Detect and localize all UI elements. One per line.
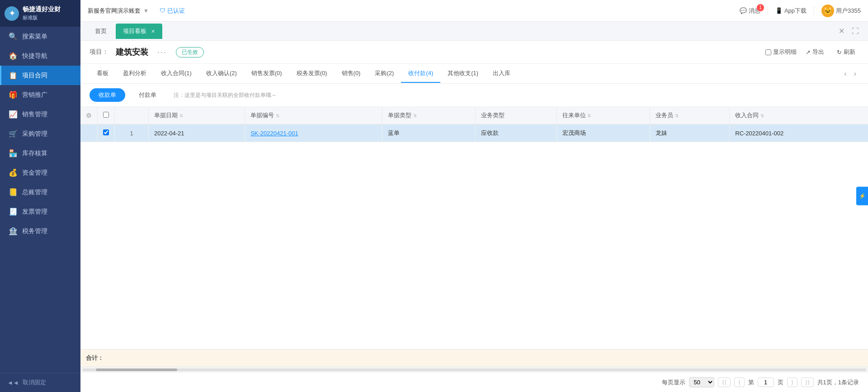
floating-btn-label: ⚡ [859, 192, 865, 200]
col-settings-header[interactable]: ⚙ [80, 107, 98, 124]
col-checkbox-header[interactable] [98, 107, 115, 124]
column-settings-icon[interactable]: ⚙ [86, 112, 92, 119]
col-salesman-header[interactable]: 业务员 ⇅ [650, 107, 730, 124]
user-avatar: 🐱 [821, 5, 834, 17]
marketing-icon: 🎁 [9, 91, 18, 99]
page-next-btn[interactable]: ⟩ [787, 378, 797, 387]
more-options-btn[interactable]: ··· [157, 48, 167, 57]
sidebar-item-purchase[interactable]: 🛒 采购管理 [0, 124, 80, 143]
sidebar-item-search[interactable]: 🔍 搜索菜单 [0, 27, 80, 46]
row-settings-cell [80, 124, 98, 142]
main-area: 新服务官网演示账套 ▼ 🛡 已认证 💬 消息 1 📱 App下载 🐱 用 [80, 0, 868, 392]
tab-project-board[interactable]: 项目看板 ✕ [116, 24, 162, 39]
page-first-btn[interactable]: ⟨⟨ [718, 378, 731, 387]
row-partner-cell: 宏茂商场 [557, 124, 650, 142]
sec-tab-receipts-btn[interactable]: 收款单 [90, 88, 125, 102]
col-date-header[interactable]: 单据日期 ⇅ [149, 107, 245, 124]
col-type-header[interactable]: 单据类型 ⇅ [382, 107, 476, 124]
sub-tab-purchase[interactable]: 采购(2) [368, 65, 401, 83]
sidebar-item-tax[interactable]: 🏦 税务管理 [0, 221, 80, 241]
user-menu[interactable]: 🐱 用户3355 [821, 5, 861, 17]
sub-tabs: 看板 盈利分析 收入合同(1) 收入确认(2) 销售发票(0) 税务发票(0) … [80, 64, 868, 84]
account-name: 新服务官网演示账套 [88, 7, 141, 15]
account-selector[interactable]: 新服务官网演示账套 ▼ [88, 7, 149, 15]
sidebar-item-inventory[interactable]: 🏪 库存核算 [0, 143, 80, 163]
sub-tab-sales[interactable]: 销售(0) [335, 65, 368, 83]
sort-type-icon[interactable]: ⇅ [413, 113, 417, 118]
sub-tab-other-income[interactable]: 其他收支(1) [440, 65, 486, 83]
col-income-contract-header[interactable]: 收入合同 ⇅ [730, 107, 868, 124]
select-all-checkbox[interactable] [103, 112, 109, 118]
show-detail-input[interactable] [765, 49, 771, 55]
table-row[interactable]: 1 2022-04-21 SK-20220421-001 蓝单 应收款 宏茂商场… [80, 124, 868, 142]
tab-home[interactable]: 首页 [88, 24, 114, 39]
col-number-header[interactable]: 单据编号 ⇅ [245, 107, 382, 124]
export-button[interactable]: ↗ 导出 [802, 46, 828, 58]
app-download-button[interactable]: 📱 App下载 [775, 7, 807, 15]
sidebar-item-sales[interactable]: 📈 销售管理 [0, 105, 80, 124]
shield-icon: 🛡 [160, 7, 165, 14]
sort-partner-icon[interactable]: ⇅ [587, 113, 591, 118]
sub-tab-tax-invoice[interactable]: 税务发票(0) [289, 65, 335, 83]
floating-action-btn[interactable]: ⚡ [856, 187, 868, 206]
page-last-btn[interactable]: ⟩⟩ [801, 378, 814, 387]
per-page-select[interactable]: 50 10 20 100 [689, 377, 714, 387]
table-header-row: ⚙ 单据日期 ⇅ 单据编号 ⇅ [80, 107, 868, 124]
nav-prev-btn[interactable]: ‹ [841, 68, 849, 80]
app-download-label: App下载 [784, 7, 807, 15]
sub-tab-income-confirm[interactable]: 收入确认(2) [199, 65, 244, 83]
row-checkbox-cell[interactable] [98, 124, 115, 142]
nav-next-btn[interactable]: › [851, 68, 859, 80]
messages-button[interactable]: 💬 消息 1 [740, 7, 760, 15]
header-actions: 显示明细 ↗ 导出 ↻ 刷新 [765, 46, 859, 58]
row-number-cell[interactable]: SK-20220421-001 [245, 124, 382, 142]
sidebar-item-funds[interactable]: 💰 资金管理 [0, 163, 80, 182]
divider-2 [814, 6, 814, 15]
sidebar-item-sales-label: 销售管理 [22, 110, 47, 119]
page-number-input[interactable] [758, 378, 774, 387]
table-scrollbar[interactable] [80, 367, 868, 372]
sidebar-item-invoice[interactable]: 🧾 发票管理 [0, 202, 80, 221]
show-detail-checkbox[interactable]: 显示明细 [765, 48, 797, 56]
sub-tab-board[interactable]: 看板 [90, 65, 116, 83]
sort-income-contract-icon[interactable]: ⇅ [760, 113, 764, 118]
sort-salesman-icon[interactable]: ⇅ [675, 113, 679, 118]
sidebar-item-ledger[interactable]: 📒 总账管理 [0, 182, 80, 202]
sec-tab-payments-btn[interactable]: 付款单 [130, 88, 165, 102]
sub-tab-nav: ‹ › [841, 68, 859, 80]
tab-close-icon[interactable]: ✕ [151, 29, 155, 34]
app-name: 畅捷通好业财 [23, 5, 61, 14]
sub-tab-receipts[interactable]: 收付款(4) [401, 65, 440, 83]
col-partner-header[interactable]: 往来单位 ⇅ [557, 107, 650, 124]
tabs-bar: 首页 项目看板 ✕ ✕ ⛶ [80, 22, 868, 41]
sidebar-item-marketing[interactable]: 🎁 营销推广 [0, 85, 80, 105]
scrollbar-thumb[interactable] [96, 368, 177, 371]
sales-icon: 📈 [9, 110, 18, 119]
tab-expand-btn[interactable]: ⛶ [850, 25, 861, 37]
sort-date-icon[interactable]: ⇅ [179, 113, 183, 118]
sidebar-item-contract[interactable]: 📋 项目合同 [0, 66, 80, 85]
account-dropdown-icon[interactable]: ▼ [143, 8, 149, 14]
row-date-cell: 2022-04-21 [149, 124, 245, 142]
sub-tab-profit[interactable]: 盈利分析 [116, 65, 154, 83]
row-num-cell: 1 [115, 124, 149, 142]
sub-tab-warehouse[interactable]: 出入库 [486, 65, 518, 83]
sidebar-item-ledger-label: 总账管理 [22, 188, 47, 196]
sidebar-item-inventory-label: 库存核算 [22, 149, 47, 158]
sub-tab-sales-invoice[interactable]: 销售发票(0) [244, 65, 289, 83]
refresh-button[interactable]: ↻ 刷新 [833, 46, 859, 58]
page-prev-btn[interactable]: ⟨ [734, 378, 745, 387]
sidebar-item-shortcut[interactable]: 🏠 快捷导航 [0, 46, 80, 66]
sidebar-item-marketing-label: 营销推广 [22, 91, 47, 99]
sub-tab-income-contract[interactable]: 收入合同(1) [154, 65, 199, 83]
row-checkbox[interactable] [103, 129, 109, 135]
row-number-link[interactable]: SK-20220421-001 [250, 130, 298, 137]
tab-project-board-label: 项目看板 [123, 28, 146, 34]
scrollbar-track[interactable] [82, 368, 866, 371]
tab-close-window-btn[interactable]: ✕ [837, 25, 846, 37]
sidebar-item-contract-label: 项目合同 [22, 72, 47, 80]
unpin-button[interactable]: ◄◄ 取消固定 [0, 373, 80, 392]
sort-number-icon[interactable]: ⇅ [276, 113, 279, 118]
tab-note: 注：这里是与项目关联的全部收付款单哦～ [174, 91, 277, 99]
message-icon: 💬 [740, 7, 747, 14]
